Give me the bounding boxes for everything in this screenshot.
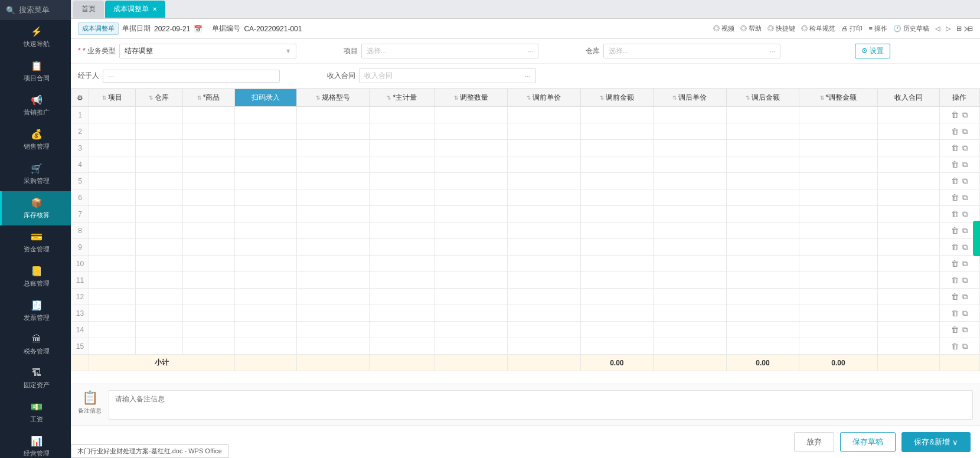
cell-project[interactable] [89, 140, 136, 156]
th-before_unit_price[interactable]: ⇅调前单价 [507, 89, 580, 107]
toolbar-item[interactable]: ≡ 操作 [868, 24, 887, 33]
delete-icon[interactable]: 🗑 [951, 110, 959, 120]
sidebar-item-sales-mgmt[interactable]: 💰销售管理 [0, 123, 71, 157]
cell-unit[interactable] [370, 305, 435, 322]
cell-warehouse[interactable] [136, 156, 182, 173]
cell-warehouse[interactable] [136, 107, 182, 123]
cell-before_amount[interactable] [580, 289, 654, 305]
cell-product[interactable] [182, 189, 234, 206]
settings-button[interactable]: ⚙ 设置 [855, 44, 890, 58]
cell-after_unit_price[interactable] [654, 173, 727, 189]
cell-project[interactable] [89, 338, 136, 355]
cell-before_amount[interactable] [580, 223, 654, 239]
cell-after_unit_price[interactable] [654, 107, 727, 123]
cell-adjust_amount[interactable] [799, 256, 877, 272]
cell-after_unit_price[interactable] [654, 189, 727, 206]
cell-before_unit_price[interactable] [507, 156, 580, 173]
cell-income_contract[interactable] [877, 107, 939, 123]
cell-adjust_amount[interactable] [799, 173, 877, 189]
cell-warehouse[interactable] [136, 189, 182, 206]
cell-spec[interactable] [296, 123, 370, 140]
save-new-button[interactable]: 保存&新增 ∨ [901, 432, 971, 452]
cal-icon[interactable]: 📅 [194, 25, 202, 33]
cell-after_amount[interactable] [726, 272, 799, 289]
cell-adjust_amount[interactable] [799, 123, 877, 140]
th-after_unit_price[interactable]: ⇅调后单价 [654, 89, 727, 107]
cell-income_contract[interactable] [877, 223, 939, 239]
delete-icon[interactable]: 🗑 [951, 292, 959, 302]
copy-icon[interactable]: ⧉ [962, 110, 968, 120]
sidebar-item-operation[interactable]: 📊经营管理 [0, 430, 71, 458]
delete-icon[interactable]: 🗑 [951, 243, 959, 252]
cell-before_amount[interactable] [580, 239, 654, 256]
cell-income_contract[interactable] [877, 289, 939, 305]
cell-spec[interactable] [296, 173, 370, 189]
cell-spec[interactable] [296, 223, 370, 239]
cell-before_unit_price[interactable] [507, 206, 580, 223]
cell-scan_input[interactable] [234, 272, 296, 289]
delete-icon[interactable]: 🗑 [951, 259, 959, 269]
cell-before_unit_price[interactable] [507, 305, 580, 322]
cell-spec[interactable] [296, 107, 370, 123]
cell-before_unit_price[interactable] [507, 140, 580, 156]
cell-adjust_qty[interactable] [435, 107, 508, 123]
cell-before_unit_price[interactable] [507, 272, 580, 289]
cell-before_amount[interactable] [580, 305, 654, 322]
business-type-select[interactable]: 结存调整 ▼ [119, 44, 296, 58]
cell-warehouse[interactable] [136, 305, 182, 322]
cell-spec[interactable] [296, 322, 370, 338]
cell-after_unit_price[interactable] [654, 156, 727, 173]
cell-before_amount[interactable] [580, 272, 654, 289]
cell-adjust_amount[interactable] [799, 156, 877, 173]
cell-before_amount[interactable] [580, 173, 654, 189]
cell-project[interactable] [89, 189, 136, 206]
discard-button[interactable]: 放弃 [794, 432, 834, 452]
cell-spec[interactable] [296, 305, 370, 322]
cell-income_contract[interactable] [877, 206, 939, 223]
copy-icon[interactable]: ⧉ [962, 143, 968, 153]
cell-warehouse[interactable] [136, 239, 182, 256]
cell-scan_input[interactable] [234, 206, 296, 223]
cell-product[interactable] [182, 107, 234, 123]
cell-before_unit_price[interactable] [507, 223, 580, 239]
cell-before_amount[interactable] [580, 256, 654, 272]
cell-product[interactable] [182, 256, 234, 272]
sidebar-item-ledger[interactable]: 📒总账管理 [0, 260, 71, 294]
cell-after_unit_price[interactable] [654, 206, 727, 223]
warehouse-select[interactable]: 选择... ··· [603, 44, 780, 58]
close-button[interactable]: ✕ [963, 24, 971, 35]
th-project[interactable]: ⇅项目 [89, 89, 136, 107]
cell-spec[interactable] [296, 289, 370, 305]
copy-icon[interactable]: ⧉ [962, 210, 968, 219]
cell-scan_input[interactable] [234, 173, 296, 189]
project-select[interactable]: 选择... ··· [361, 44, 538, 58]
delete-icon[interactable]: 🗑 [951, 143, 959, 153]
toolbar-item[interactable]: ◎ 帮助 [740, 24, 762, 33]
cell-income_contract[interactable] [877, 256, 939, 272]
delete-icon[interactable]: 🗑 [951, 276, 959, 285]
toolbar-item[interactable]: ▷ [946, 25, 950, 32]
cell-income_contract[interactable] [877, 173, 939, 189]
cell-warehouse[interactable] [136, 123, 182, 140]
delete-icon[interactable]: 🗑 [951, 127, 959, 136]
cell-adjust_amount[interactable] [799, 322, 877, 338]
cell-warehouse[interactable] [136, 206, 182, 223]
cell-scan_input[interactable] [234, 338, 296, 355]
cell-adjust_amount[interactable] [799, 206, 877, 223]
cell-adjust_qty[interactable] [435, 338, 508, 355]
sidebar-item-finance[interactable]: 💳资金管理 [0, 225, 71, 260]
cell-after_amount[interactable] [726, 338, 799, 355]
cell-adjust_qty[interactable] [435, 156, 508, 173]
cell-after_amount[interactable] [726, 140, 799, 156]
cell-scan_input[interactable] [234, 305, 296, 322]
delete-icon[interactable]: 🗑 [951, 160, 959, 169]
cell-after_unit_price[interactable] [654, 239, 727, 256]
cell-scan_input[interactable] [234, 189, 296, 206]
cell-project[interactable] [89, 256, 136, 272]
cell-after_unit_price[interactable] [654, 272, 727, 289]
copy-icon[interactable]: ⧉ [962, 292, 968, 302]
cell-income_contract[interactable] [877, 272, 939, 289]
cell-warehouse[interactable] [136, 322, 182, 338]
cell-warehouse[interactable] [136, 140, 182, 156]
sidebar-item-quick-nav[interactable]: ⚡快速导航 [0, 20, 71, 54]
